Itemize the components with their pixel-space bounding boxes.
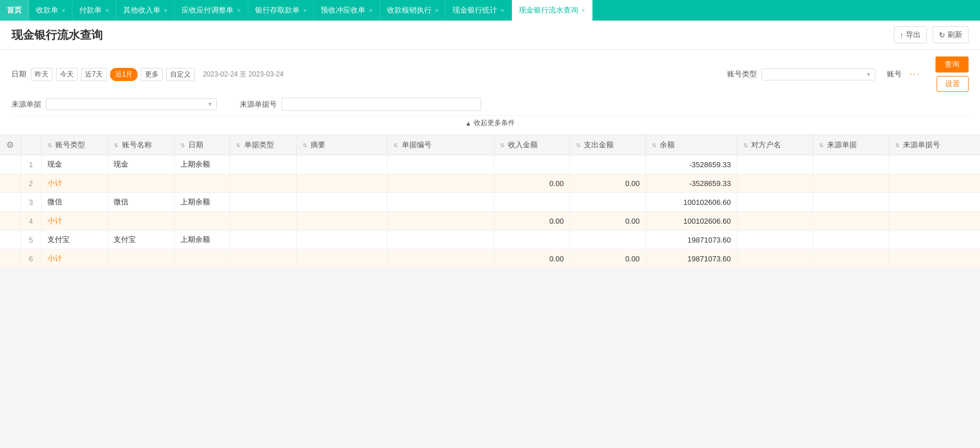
td-account-type: 微信 (41, 193, 108, 212)
td-doc-type (229, 155, 296, 174)
source-doc-select[interactable]: ▾ (46, 98, 217, 110)
refresh-button[interactable]: ↻ 刷新 (933, 26, 969, 43)
th-source-doc[interactable]: ⇅ 来源单据 (813, 135, 889, 155)
td-account-name: 微信 (108, 193, 175, 212)
source-doc-no-input[interactable] (281, 98, 481, 111)
sort-arrows-icon: ⇅ (393, 142, 398, 148)
query-button[interactable]: 查询 (935, 56, 969, 72)
td-income-amount (494, 193, 570, 212)
sort-arrows-icon: ⇅ (47, 142, 52, 148)
sort-arrows-icon: ⇅ (743, 142, 748, 148)
account-label: 账号 (887, 69, 902, 79)
account-type-select[interactable]: ▾ (761, 68, 876, 80)
date-range-text: 2023-02-24 至 2023-03-24 (203, 70, 283, 79)
th-balance[interactable]: ⇅ 余额 (646, 135, 737, 155)
close-icon[interactable]: × (501, 7, 504, 14)
th-income-amount[interactable]: ⇅ 收入金额 (494, 135, 570, 155)
collapse-button[interactable]: ▲ 收起更多条件 (11, 115, 969, 130)
th-date[interactable]: ⇅ 日期 (174, 135, 229, 155)
nav-item-home[interactable]: 首页 (0, 0, 29, 21)
dots-button[interactable]: ··· (906, 67, 924, 81)
th-counterparty[interactable]: ⇅ 对方户名 (737, 135, 813, 155)
th-date-label: 日期 (188, 140, 203, 149)
source-doc-no-label: 来源单据号 (240, 99, 277, 110)
date-btn-more[interactable]: 更多 (141, 68, 163, 81)
nav-item-collection-verify[interactable]: 收款核销执行 × (380, 0, 446, 21)
th-doc-type-label: 单据类型 (244, 140, 274, 149)
export-button[interactable]: ↑ 导出 (894, 26, 927, 43)
export-label: 导出 (906, 30, 921, 40)
th-expense-amount[interactable]: ⇅ 支出金额 (570, 135, 646, 155)
td-gear (0, 249, 21, 268)
data-table: ⚙ ⇅ 账号类型 ⇅ 账号名称 ⇅ 日期 ⇅ 单据类型 (0, 135, 980, 268)
page-header: 现金银行流水查询 ↑ 导出 ↻ 刷新 (0, 21, 980, 50)
th-account-type[interactable]: ⇅ 账号类型 (41, 135, 108, 155)
th-account-name-label: 账号名称 (122, 140, 152, 149)
th-doc-no[interactable]: ⇅ 单据编号 (388, 135, 494, 155)
table-row: 6小计0.000.0019871073.60 (0, 249, 980, 268)
close-icon[interactable]: × (237, 7, 240, 14)
nav-item-other-income[interactable]: 其他收入单 × (116, 0, 175, 21)
nav-item-cash-bank-flow[interactable]: 现金银行流水查询 × (512, 0, 592, 21)
td-row-num: 2 (21, 174, 41, 193)
th-summary[interactable]: ⇅ 摘要 (296, 135, 388, 155)
td-gear (0, 231, 21, 249)
td-doc-no (388, 212, 494, 231)
td-account-type: 现金 (41, 155, 108, 174)
td-doc-no (388, 231, 494, 249)
nav-label-advance-offset: 预收冲应收单 (321, 5, 365, 15)
nav-item-payment[interactable]: 付款单 × (72, 0, 116, 21)
gear-icon[interactable]: ⚙ (6, 140, 14, 150)
th-doc-type[interactable]: ⇅ 单据类型 (229, 135, 296, 155)
close-icon[interactable]: × (105, 7, 108, 14)
source-doc-no-filter-group: 来源单据号 (240, 98, 481, 111)
date-btn-today[interactable]: 今天 (56, 68, 78, 81)
td-expense-amount: 0.00 (570, 249, 646, 268)
collapse-label: 收起更多条件 (474, 118, 515, 128)
close-icon[interactable]: × (164, 7, 167, 14)
th-balance-label: 余额 (660, 140, 675, 149)
account-type-label: 账号类型 (727, 69, 757, 79)
close-icon[interactable]: × (369, 7, 372, 14)
date-btn-1month[interactable]: 近1月 (110, 68, 138, 81)
td-source-doc (813, 249, 889, 268)
nav-label-ap-adjustment: 应收应付调整单 (182, 5, 233, 15)
date-btn-yesterday[interactable]: 昨天 (31, 68, 53, 81)
table-row: 5支付宝支付宝上期余额19871073.60 (0, 231, 980, 249)
td-doc-no (388, 155, 494, 174)
sort-arrows-icon: ⇅ (819, 142, 824, 148)
td-gear (0, 193, 21, 212)
td-account-name: 现金 (108, 155, 175, 174)
close-icon[interactable]: × (435, 7, 438, 14)
close-icon[interactable]: × (582, 7, 585, 14)
settings-button[interactable]: 设置 (937, 76, 969, 92)
td-gear (0, 155, 21, 174)
td-source-doc-no (889, 249, 980, 268)
nav-item-cash-bank-stats[interactable]: 现金银行统计 × (446, 0, 511, 21)
nav-label-receipt: 收款单 (36, 5, 58, 15)
nav-item-advance-offset[interactable]: 预收冲应收单 × (314, 0, 380, 21)
td-source-doc (813, 155, 889, 174)
td-doc-type (229, 249, 296, 268)
close-icon[interactable]: × (303, 7, 306, 14)
th-gear[interactable]: ⚙ (0, 135, 21, 155)
th-source-doc-no[interactable]: ⇅ 来源单据号 (889, 135, 980, 155)
sort-arrows-icon: ⇅ (500, 142, 505, 148)
th-source-doc-no-label: 来源单据号 (903, 140, 940, 149)
td-doc-type (229, 193, 296, 212)
td-expense-amount (570, 231, 646, 249)
date-btn-7days[interactable]: 近7天 (81, 68, 107, 81)
close-icon[interactable]: × (62, 7, 65, 14)
td-summary (296, 193, 388, 212)
sort-arrows-icon: ⇅ (303, 142, 307, 148)
th-account-name[interactable]: ⇅ 账号名称 (108, 135, 175, 155)
td-gear (0, 174, 21, 193)
nav-item-ap-adjustment[interactable]: 应收应付调整单 × (175, 0, 248, 21)
nav-label-cash-bank-stats: 现金银行统计 (453, 5, 497, 15)
th-source-doc-label: 来源单据 (827, 140, 857, 149)
account-filter-group: 账号 ··· (887, 67, 924, 81)
date-btn-custom[interactable]: 自定义 (166, 68, 195, 81)
td-doc-type (229, 231, 296, 249)
nav-item-receipt[interactable]: 收款单 × (29, 0, 72, 21)
nav-item-bank-deposit[interactable]: 银行存取款单 × (248, 0, 314, 21)
